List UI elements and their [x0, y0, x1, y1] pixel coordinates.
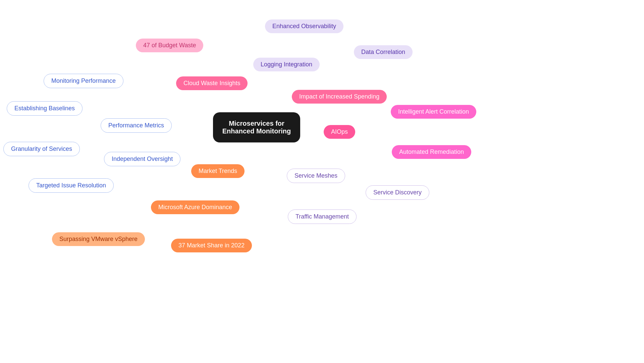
mindmap-container: Microservices for Enhanced Monitoring Cl…: [0, 0, 644, 363]
center-label: Microservices for Enhanced Monitoring: [220, 120, 293, 135]
targeted-issue-node: Targeted Issue Resolution: [29, 178, 114, 193]
aiops-node: AIOps: [324, 125, 355, 139]
logging-integration-node: Logging Integration: [253, 58, 320, 71]
intelligent-alert-label: Intelligent Alert Correlation: [398, 108, 469, 115]
impact-spending-node: Impact of Increased Spending: [292, 90, 387, 104]
service-meshes-node: Service Meshes: [287, 169, 345, 183]
performance-metrics-label: Performance Metrics: [108, 122, 164, 129]
budget-waste-label: 47 of Budget Waste: [143, 42, 196, 49]
automated-remediation-node: Automated Remediation: [392, 145, 471, 159]
aiops-label: AIOps: [331, 128, 348, 135]
enhanced-observability-node: Enhanced Observability: [265, 19, 343, 33]
traffic-management-node: Traffic Management: [288, 209, 357, 224]
budget-waste-node: 47 of Budget Waste: [136, 39, 203, 52]
granularity-services-label: Granularity of Services: [11, 145, 72, 153]
establishing-baselines-label: Establishing Baselines: [14, 105, 75, 112]
market-share-node: 37 Market Share in 2022: [171, 239, 252, 252]
service-meshes-label: Service Meshes: [294, 172, 337, 179]
establishing-baselines-node: Establishing Baselines: [7, 101, 83, 116]
traffic-management-label: Traffic Management: [296, 213, 349, 220]
market-trends-label: Market Trends: [199, 168, 237, 175]
center-node: Microservices for Enhanced Monitoring: [213, 112, 300, 142]
surpassing-vmware-node: Surpassing VMware vSphere: [52, 232, 145, 246]
microsoft-azure-node: Microsoft Azure Dominance: [151, 200, 239, 214]
service-discovery-label: Service Discovery: [373, 189, 422, 196]
cloud-waste-label: Cloud Waste Insights: [183, 80, 240, 87]
targeted-issue-label: Targeted Issue Resolution: [36, 182, 106, 189]
market-share-label: 37 Market Share in 2022: [178, 242, 245, 249]
enhanced-observability-label: Enhanced Observability: [272, 23, 336, 30]
market-trends-node: Market Trends: [191, 164, 245, 178]
monitoring-performance-node: Monitoring Performance: [44, 74, 123, 88]
microsoft-azure-label: Microsoft Azure Dominance: [158, 204, 232, 211]
performance-metrics-node: Performance Metrics: [101, 118, 172, 133]
logging-integration-label: Logging Integration: [261, 61, 312, 68]
monitoring-performance-label: Monitoring Performance: [51, 77, 116, 84]
cloud-waste-node: Cloud Waste Insights: [176, 76, 248, 90]
granularity-services-node: Granularity of Services: [3, 142, 80, 156]
impact-spending-label: Impact of Increased Spending: [299, 93, 379, 100]
data-correlation-label: Data Correlation: [361, 49, 405, 56]
automated-remediation-label: Automated Remediation: [399, 148, 464, 156]
intelligent-alert-node: Intelligent Alert Correlation: [391, 105, 476, 119]
independent-oversight-label: Independent Oversight: [112, 156, 173, 163]
data-correlation-node: Data Correlation: [354, 45, 413, 59]
service-discovery-node: Service Discovery: [366, 185, 429, 200]
surpassing-vmware-label: Surpassing VMware vSphere: [59, 236, 138, 243]
independent-oversight-node: Independent Oversight: [104, 152, 180, 166]
